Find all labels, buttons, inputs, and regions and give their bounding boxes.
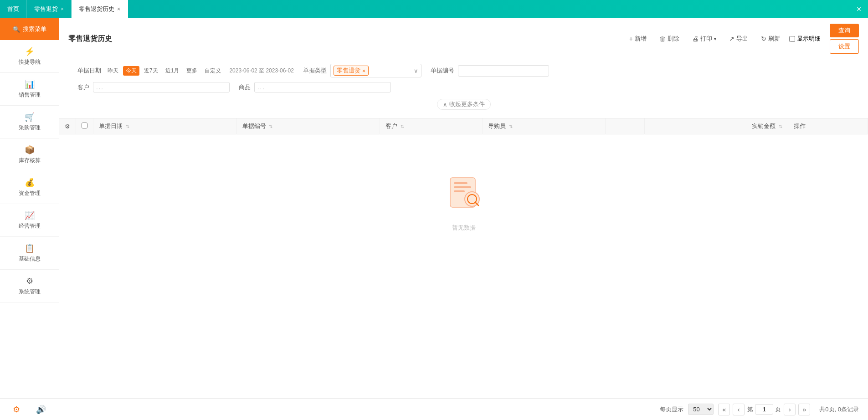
- settings-bottom-icon[interactable]: ⚙: [13, 405, 20, 415]
- customer-label: 客户: [77, 83, 89, 92]
- date-opt-yesterday[interactable]: 昨天: [105, 66, 121, 76]
- print-dropdown-icon: ▾: [714, 36, 716, 41]
- customer-sort-icon: ⇅: [401, 124, 404, 129]
- sidebar-search[interactable]: 🔍 搜索菜单: [0, 18, 59, 40]
- sidebar-item-operations[interactable]: 📈 经营管理: [0, 204, 59, 237]
- bill-type-select[interactable]: 零售退货 × ∨: [330, 64, 421, 77]
- th-action: 操作: [788, 118, 868, 134]
- sidebar-item-inventory[interactable]: 📦 库存核算: [0, 138, 59, 171]
- display-detail-label: 显示明细: [797, 35, 821, 43]
- date-opt-more[interactable]: 更多: [184, 66, 200, 76]
- th-actual-amount[interactable]: 实销金额 ⇅: [645, 118, 788, 134]
- window-close-button[interactable]: ×: [850, 0, 868, 18]
- th-actual-amount-label: 实销金额: [752, 123, 776, 129]
- page-label: 第: [747, 405, 753, 414]
- export-label: 导出: [736, 35, 748, 43]
- date-opt-1month[interactable]: 近1月: [163, 66, 182, 76]
- th-bill-no[interactable]: 单据编号 ⇅: [236, 118, 380, 134]
- sidebar-menu: ⚡ 快捷导航 📊 销售管理 🛒 采购管理 📦 库存核算 💰 资金管理 📈: [0, 40, 59, 398]
- collapse-row: ∧ 收起更多条件: [77, 97, 850, 113]
- bill-type-tag-close[interactable]: ×: [362, 67, 366, 74]
- table-header-row: ⚙ 单据日期 ⇅ 单据编号 ⇅: [59, 118, 868, 134]
- next-page-button[interactable]: ›: [784, 404, 796, 415]
- date-opt-custom[interactable]: 自定义: [202, 66, 224, 76]
- table-settings-icon[interactable]: ⚙: [65, 123, 70, 130]
- delete-icon: 🗑: [659, 35, 666, 42]
- refresh-label: 刷新: [768, 35, 780, 43]
- th-spacer: [606, 118, 645, 134]
- search-icon: 🔍: [13, 26, 20, 33]
- first-page-button[interactable]: «: [718, 404, 730, 415]
- customer-select[interactable]: ...: [93, 82, 230, 92]
- customer-filter: 客户 ...: [77, 82, 230, 92]
- collapse-button[interactable]: ∧ 收起更多条件: [437, 99, 491, 110]
- print-icon: 🖨: [692, 35, 699, 42]
- delete-button[interactable]: 🗑 删除: [656, 33, 683, 45]
- prev-page-button[interactable]: ‹: [733, 404, 745, 415]
- query-button[interactable]: 查询: [830, 24, 859, 37]
- refresh-button[interactable]: ↻ 刷新: [757, 33, 784, 45]
- export-icon: ↗: [729, 35, 734, 42]
- bill-type-arrow: ∨: [414, 67, 418, 74]
- svg-rect-1: [454, 182, 467, 184]
- sidebar: 🔍 搜索菜单 ⚡ 快捷导航 📊 销售管理 🛒 采购管理 📦 库存核算 💰: [0, 18, 59, 420]
- date-opt-7days[interactable]: 近7天: [141, 66, 161, 76]
- main-layout: 🔍 搜索菜单 ⚡ 快捷导航 📊 销售管理 🛒 采购管理 📦 库存核算 💰: [0, 18, 868, 420]
- sidebar-item-basic-info-label: 基础信息: [19, 255, 41, 263]
- bill-date-sort-icon: ⇅: [126, 124, 129, 129]
- svg-rect-3: [454, 190, 465, 192]
- sidebar-item-system[interactable]: ⚙ 系统管理: [0, 270, 59, 302]
- content-area: 零售退货历史 + 新增 🗑 删除 🖨 打印 ▾: [59, 18, 868, 420]
- goods-label: 商品: [239, 83, 251, 92]
- th-guide[interactable]: 导购员 ⇅: [483, 118, 606, 134]
- sidebar-item-inventory-label: 库存核算: [19, 157, 41, 164]
- tab-home-label: 首页: [7, 5, 19, 13]
- tab-home[interactable]: 首页: [0, 0, 27, 18]
- system-icon: ⚙: [26, 276, 33, 286]
- filter-row-2: 客户 ... 商品 ...: [77, 82, 850, 92]
- delete-label: 删除: [668, 35, 679, 43]
- page-header: 零售退货历史 + 新增 🗑 删除 🖨 打印 ▾: [59, 18, 868, 118]
- empty-text: 暂无数据: [452, 224, 476, 232]
- bill-no-input[interactable]: [458, 65, 549, 77]
- date-opt-today[interactable]: 今天: [123, 66, 139, 76]
- sidebar-item-purchase[interactable]: 🛒 采购管理: [0, 106, 59, 138]
- th-settings[interactable]: ⚙: [59, 118, 76, 134]
- bill-type-tag-text: 零售退货: [337, 67, 360, 75]
- tab-retail-return-close[interactable]: ×: [61, 6, 64, 12]
- goods-select[interactable]: ...: [254, 82, 391, 92]
- toolbar: + 新增 🗑 删除 🖨 打印 ▾ ↗ 导出: [626, 24, 859, 54]
- per-page-select[interactable]: 50 20 100 200: [688, 404, 714, 415]
- sidebar-item-purchase-label: 采购管理: [19, 124, 41, 132]
- tab-retail-return-history[interactable]: 零售退货历史 ×: [72, 0, 128, 18]
- page-title-row: 零售退货历史 + 新增 🗑 删除 🖨 打印 ▾: [68, 24, 859, 54]
- sidebar-item-sales[interactable]: 📊 销售管理: [0, 73, 59, 106]
- print-button[interactable]: 🖨 打印 ▾: [688, 33, 720, 45]
- bill-type-tag: 零售退货 ×: [334, 66, 369, 76]
- display-detail-checkbox[interactable]: [789, 36, 795, 42]
- tab-retail-return[interactable]: 零售退货 ×: [27, 0, 72, 18]
- svg-rect-2: [454, 186, 471, 188]
- th-checkbox[interactable]: [76, 118, 93, 134]
- volume-bottom-icon[interactable]: 🔊: [36, 405, 46, 415]
- settings-button[interactable]: 设置: [830, 39, 859, 54]
- select-all-checkbox[interactable]: [82, 123, 87, 128]
- page-number-input[interactable]: [755, 404, 773, 415]
- last-page-button[interactable]: »: [798, 404, 810, 415]
- new-icon: +: [629, 35, 633, 42]
- table-area: ⚙ 单据日期 ⇅ 单据编号 ⇅: [59, 118, 868, 398]
- tab-list: 首页 零售退货 × 零售退货历史 ×: [0, 0, 850, 18]
- new-button[interactable]: + 新增: [626, 33, 650, 45]
- tab-retail-return-history-close[interactable]: ×: [117, 6, 120, 12]
- bill-type-label: 单据类型: [303, 67, 327, 75]
- th-guide-label: 导购员: [488, 123, 506, 129]
- export-button[interactable]: ↗ 导出: [725, 33, 752, 45]
- sidebar-item-finance[interactable]: 💰 资金管理: [0, 171, 59, 204]
- tab-retail-return-label: 零售退货: [34, 5, 58, 13]
- filter-row-1: 单据日期 昨天 今天 近7天 近1月 更多 自定义 2023-06-02 至 2…: [77, 64, 850, 77]
- sidebar-item-basic-info[interactable]: 📋 基础信息: [0, 237, 59, 270]
- th-bill-date[interactable]: 单据日期 ⇅: [93, 118, 237, 134]
- th-customer[interactable]: 客户 ⇅: [380, 118, 483, 134]
- goods-filter: 商品 ...: [239, 82, 391, 92]
- sidebar-item-quick-nav[interactable]: ⚡ 快捷导航: [0, 40, 59, 73]
